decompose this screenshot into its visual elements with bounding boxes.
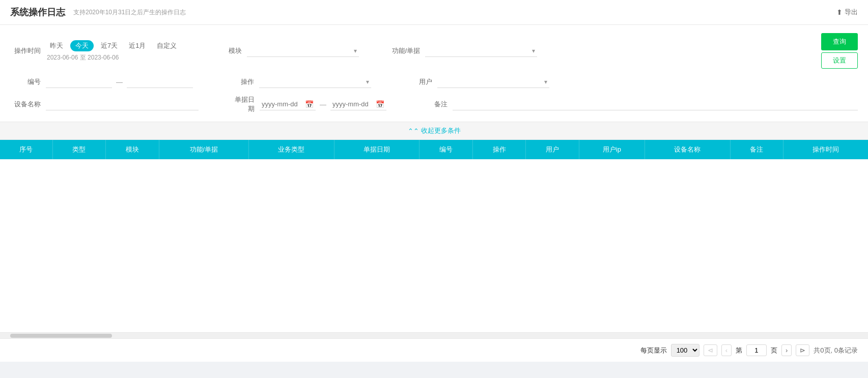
query-button[interactable]: 查询	[821, 33, 858, 50]
table-header: 序号 类型 模块 功能/单据 业务类型 单据日期 编号 操作 用户 用户ip 设…	[0, 140, 868, 159]
operation-label: 操作	[223, 77, 259, 86]
filter-panel: 操作时间 昨天 今天 近7天 近1月 自定义 2023-06-06 至 2023…	[0, 25, 868, 122]
function-label: 功能/单据	[389, 46, 425, 55]
time-buttons: 昨天 今天 近7天 近1月 自定义	[46, 40, 181, 51]
col-optime: 操作时间	[783, 140, 868, 159]
col-operation: 操作	[472, 140, 525, 159]
device-label: 设备名称	[10, 100, 46, 109]
filter-row-1: 操作时间 昨天 今天 近7天 近1月 自定义 2023-06-06 至 2023…	[10, 33, 858, 69]
time-btn-custom[interactable]: 自定义	[153, 40, 181, 51]
function-select[interactable]	[425, 45, 537, 57]
date-from-wrapper: 📅	[260, 98, 316, 110]
page-input[interactable]	[746, 344, 767, 356]
filter-row-2: 编号 — 操作 ▾ 用户 ▾	[10, 76, 858, 88]
module-select-wrapper: ▾	[247, 45, 359, 57]
collapse-label: 收起更多条件	[421, 126, 461, 135]
time-btn-yesterday[interactable]: 昨天	[46, 40, 67, 51]
number-to-input[interactable]	[127, 76, 193, 88]
settings-button[interactable]: 设置	[821, 52, 858, 69]
data-table: 序号 类型 模块 功能/单据 业务类型 单据日期 编号 操作 用户 用户ip 设…	[0, 140, 868, 159]
calendar-from-icon[interactable]: 📅	[305, 100, 314, 108]
page-size-select[interactable]: 100 50 20	[671, 344, 699, 357]
time-label: 操作时间	[10, 46, 46, 55]
next-page-button[interactable]: ›	[781, 344, 792, 356]
export-label: 导出	[845, 8, 858, 17]
first-page-button[interactable]: ⊲	[704, 344, 717, 356]
date-label: 单据日期	[229, 95, 260, 113]
number-label: 编号	[10, 77, 46, 86]
operation-select[interactable]	[259, 76, 371, 88]
time-btn-7days[interactable]: 近7天	[97, 40, 122, 51]
module-label: 模块	[211, 46, 247, 55]
col-remark: 备注	[730, 140, 783, 159]
user-select[interactable]	[437, 76, 549, 88]
col-seq: 序号	[0, 140, 52, 159]
scrollbar-thumb[interactable]	[10, 334, 112, 338]
total-text: 共0页, 0条记录	[814, 346, 858, 355]
function-select-wrapper: ▾	[425, 45, 537, 57]
device-input[interactable]	[46, 98, 199, 110]
filter-row-3: 设备名称 单据日期 📅 — 📅 备注	[10, 95, 858, 113]
last-page-button[interactable]: ⊳	[796, 344, 809, 356]
calendar-to-icon[interactable]: 📅	[376, 100, 384, 108]
horizontal-scrollbar[interactable]	[0, 332, 868, 338]
page-title: 系统操作日志	[10, 6, 65, 18]
prev-page-button[interactable]: ‹	[721, 344, 732, 356]
collapse-button[interactable]: ⌃⌃ 收起更多条件	[408, 126, 461, 135]
col-user: 用户	[526, 140, 579, 159]
col-date: 单据日期	[334, 140, 419, 159]
number-dash: —	[112, 78, 127, 86]
date-dash: —	[316, 101, 330, 108]
col-module: 模块	[106, 140, 159, 159]
action-buttons: 查询 设置	[811, 33, 858, 69]
remark-input[interactable]	[453, 98, 858, 110]
export-icon: ⬆	[836, 8, 843, 16]
pagination-bar: 每页显示 100 50 20 ⊲ ‹ 第 页 › ⊳ 共0页, 0条记录	[0, 338, 868, 362]
col-function: 功能/单据	[159, 140, 248, 159]
time-group: 昨天 今天 近7天 近1月 自定义 2023-06-06 至 2023-06-0…	[46, 40, 181, 62]
col-type: 类型	[52, 140, 105, 159]
user-select-wrapper: ▾	[437, 76, 549, 88]
user-label: 用户	[402, 77, 437, 86]
table-wrapper: 序号 类型 模块 功能/单据 业务类型 单据日期 编号 操作 用户 用户ip 设…	[0, 140, 868, 332]
time-btn-1month[interactable]: 近1月	[125, 40, 150, 51]
page-header: 系统操作日志 支持2020年10月31日之后产生的操作日志 ⬆ 导出	[0, 0, 868, 25]
per-page-label: 每页显示	[640, 346, 667, 355]
page-subtitle: 支持2020年10月31日之后产生的操作日志	[73, 8, 186, 17]
empty-area	[0, 159, 868, 332]
time-btn-today[interactable]: 今天	[70, 40, 94, 51]
module-select[interactable]	[247, 45, 359, 57]
col-userip: 用户ip	[579, 140, 645, 159]
col-biztype: 业务类型	[249, 140, 334, 159]
remark-label: 备注	[417, 100, 453, 109]
time-range: 2023-06-06 至 2023-06-06	[46, 53, 181, 62]
export-button[interactable]: ⬆ 导出	[836, 8, 858, 17]
collapse-bar: ⌃⌃ 收起更多条件	[0, 122, 868, 140]
page-label: 第	[736, 346, 742, 355]
col-device: 设备名称	[645, 140, 730, 159]
operation-select-wrapper: ▾	[259, 76, 371, 88]
table-header-row: 序号 类型 模块 功能/单据 业务类型 单据日期 编号 操作 用户 用户ip 设…	[0, 140, 868, 159]
page-unit: 页	[771, 346, 777, 355]
number-from-input[interactable]	[46, 76, 112, 88]
col-number: 编号	[419, 140, 472, 159]
collapse-icon: ⌃⌃	[408, 127, 419, 135]
date-to-wrapper: 📅	[330, 98, 386, 110]
